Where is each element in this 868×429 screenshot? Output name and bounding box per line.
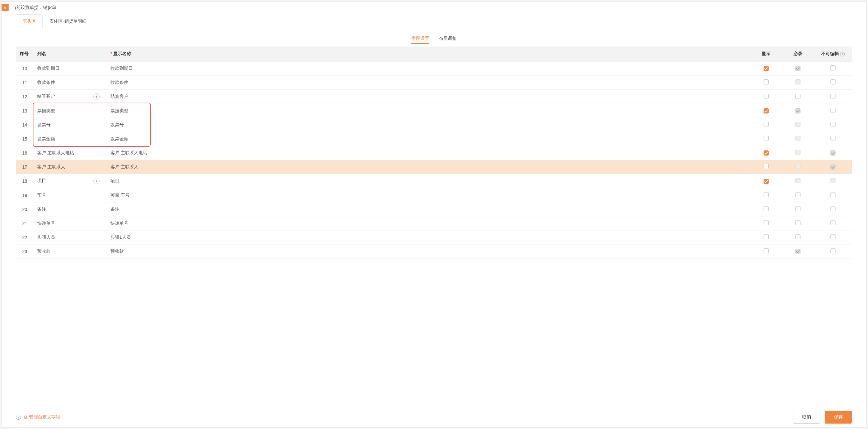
help-icon[interactable]: ?: [840, 52, 845, 56]
checkbox-noedit[interactable]: [830, 192, 836, 197]
tab-1[interactable]: 表体区-销货单明细: [43, 15, 93, 28]
checkbox-show[interactable]: [764, 206, 769, 211]
cell-noedit: [814, 61, 852, 76]
table-row: 13票据类型票据类型: [16, 104, 852, 118]
checkbox-required[interactable]: [796, 192, 801, 197]
cell-seq: 12: [16, 90, 33, 104]
checkbox-show[interactable]: [764, 192, 769, 197]
cell-required: [782, 118, 814, 132]
checkbox-show[interactable]: [764, 150, 769, 155]
cell-name: 发票金额: [33, 132, 107, 146]
cell-noedit: [814, 132, 852, 146]
cell-display-name[interactable]: 客户.主联系人: [107, 160, 750, 174]
table-row: 17客户.主联系人客户.主联系人: [16, 160, 852, 174]
checkbox-required: [796, 66, 801, 71]
sub-tab-0[interactable]: 字段设置: [411, 34, 429, 44]
add-field-button[interactable]: +: [93, 93, 100, 100]
question-icon[interactable]: ?: [16, 414, 21, 420]
cell-name: 项目+: [33, 174, 107, 189]
cell-show: [750, 189, 782, 202]
cell-display-name[interactable]: 快递单号: [107, 217, 750, 230]
checkbox-required[interactable]: [796, 206, 801, 211]
cell-show: [750, 118, 782, 132]
cell-noedit: [814, 90, 852, 104]
cell-seq: 13: [16, 104, 33, 118]
checkbox-noedit[interactable]: [830, 248, 836, 253]
table-row: 22步骤人员步骤1人员: [16, 230, 852, 245]
tab-0[interactable]: 表头区: [16, 15, 43, 28]
checkbox-show[interactable]: [764, 94, 769, 99]
cell-display-name[interactable]: 步骤1人员: [107, 230, 750, 245]
cell-required: [782, 132, 814, 146]
checkbox-noedit[interactable]: [830, 234, 836, 239]
checkbox-required: [796, 150, 801, 155]
cell-display-name[interactable]: 备注: [107, 202, 750, 217]
cell-display-name[interactable]: 发票金额: [107, 132, 750, 146]
cell-noedit: [814, 230, 852, 245]
cell-show: [750, 104, 782, 118]
table-row: 20备注备注: [16, 202, 852, 217]
cell-display-name[interactable]: 票据类型: [107, 104, 750, 118]
cell-noedit: [814, 217, 852, 230]
table-row: 10收款到期日收款到期日: [16, 61, 852, 76]
checkbox-noedit[interactable]: [830, 136, 836, 141]
cell-show: [750, 160, 782, 174]
checkbox-required: [796, 136, 801, 141]
cell-seq: 11: [16, 76, 33, 90]
cell-show: [750, 230, 782, 245]
checkbox-noedit[interactable]: [830, 79, 836, 84]
cell-noedit: [814, 118, 852, 132]
checkbox-noedit[interactable]: [830, 220, 836, 225]
cell-name: 发票号: [33, 118, 107, 132]
col-header-required: 必录: [782, 47, 814, 61]
checkbox-show[interactable]: [764, 136, 769, 141]
cell-display-name[interactable]: 客户.主联系人电话: [107, 146, 750, 160]
checkbox-required[interactable]: [796, 234, 801, 239]
checkbox-required[interactable]: [796, 220, 801, 225]
cancel-button[interactable]: 取消: [793, 411, 820, 424]
cell-display-name[interactable]: 收款到期日: [107, 61, 750, 76]
checkbox-show[interactable]: [764, 164, 769, 169]
cell-display-name[interactable]: 结算客户: [107, 90, 750, 104]
checkbox-required: [796, 79, 801, 84]
table-row: 19车号项目.车号: [16, 189, 852, 202]
cell-display-name[interactable]: 收款条件: [107, 76, 750, 90]
checkbox-show[interactable]: [764, 122, 769, 127]
sub-tab-1[interactable]: 布局调整: [439, 34, 457, 44]
gear-icon: ⚙: [24, 414, 28, 420]
save-button[interactable]: 保存: [825, 411, 852, 424]
checkbox-show[interactable]: [764, 79, 769, 84]
cell-name: 票据类型: [33, 104, 107, 118]
manage-custom-fields-link[interactable]: ⚙ 管理自定义字段: [24, 414, 60, 420]
checkbox-show[interactable]: [764, 248, 769, 253]
cell-display-name[interactable]: 发票号: [107, 118, 750, 132]
cell-display-name[interactable]: 项目: [107, 174, 750, 189]
checkbox-noedit: [830, 178, 836, 183]
checkbox-show[interactable]: [764, 220, 769, 225]
checkbox-noedit[interactable]: [830, 122, 836, 127]
checkbox-required: [796, 178, 801, 183]
cell-name: 车号: [33, 189, 107, 202]
cell-display-name[interactable]: 预收款: [107, 245, 750, 258]
checkbox-show[interactable]: [764, 108, 769, 113]
checkbox-required: [796, 164, 801, 169]
checkbox-show[interactable]: [764, 234, 769, 239]
checkbox-noedit[interactable]: [830, 65, 836, 70]
checkbox-noedit[interactable]: [830, 108, 836, 113]
add-field-button[interactable]: +: [93, 178, 100, 184]
checkbox-show[interactable]: [764, 179, 769, 184]
expand-panel-button[interactable]: [2, 4, 9, 11]
checkbox-required[interactable]: [796, 94, 801, 99]
checkbox-noedit[interactable]: [830, 94, 836, 99]
checkbox-noedit[interactable]: [830, 206, 836, 211]
col-header-show: 显示: [750, 47, 782, 61]
cell-seq: 21: [16, 217, 33, 230]
checkbox-show[interactable]: [764, 66, 769, 71]
table-row: 21快递单号快递单号: [16, 217, 852, 230]
cell-name: 快递单号: [33, 217, 107, 230]
cell-name: 客户.主联系人: [33, 160, 107, 174]
cell-show: [750, 174, 782, 189]
cell-required: [782, 61, 814, 76]
cell-show: [750, 61, 782, 76]
cell-display-name[interactable]: 项目.车号: [107, 189, 750, 202]
